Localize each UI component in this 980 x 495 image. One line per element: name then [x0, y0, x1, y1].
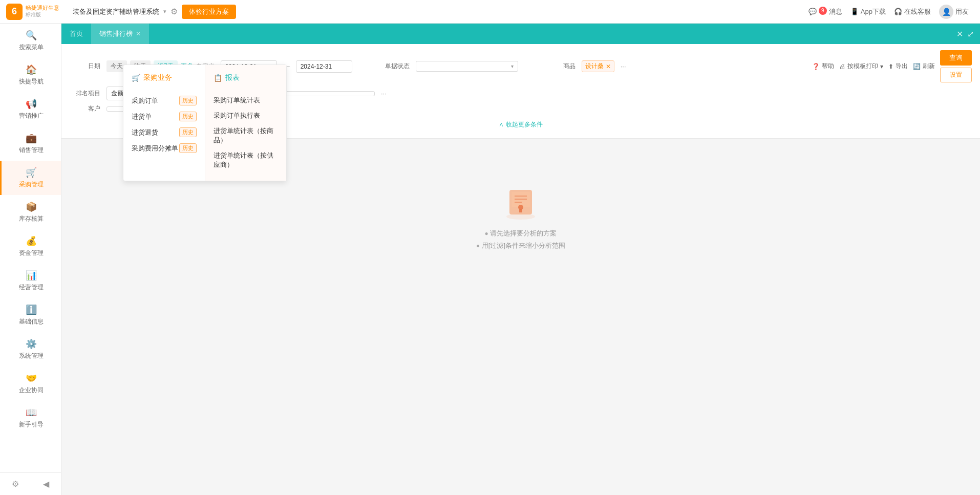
purchase-dropdown-menu: 🛒 采购业务 采购订单 历史 进货单 历史 进货退货 历史 [123, 64, 287, 181]
tab-sales-ranking-label: 销售排行榜 [99, 29, 133, 38]
sidebar-item-enterprise[interactable]: 🤝 企业协同 [0, 367, 61, 401]
operations-icon: 📊 [26, 270, 37, 281]
sidebar-item-operations[interactable]: 📊 经营管理 [0, 264, 61, 298]
goods-more-icon[interactable]: ··· [621, 62, 626, 70]
user-action[interactable]: 👤 用友 [939, 5, 969, 19]
sidebar-item-quicknav[interactable]: 🏠 快捷导航 [0, 58, 61, 92]
sidebar-item-inventory[interactable]: 📦 库存核算 [0, 195, 61, 229]
sidebar-item-basic-info[interactable]: ℹ️ 基础信息 [0, 298, 61, 332]
tab-home[interactable]: 首页 [61, 24, 91, 44]
settings-button[interactable]: 设置 [940, 68, 972, 82]
tab-bar-right: ✕ ⤢ [956, 29, 980, 39]
sidebar-item-label: 采购管理 [19, 180, 44, 189]
tab-close-all-icon[interactable]: ✕ [956, 29, 963, 39]
guide-icon: 📖 [26, 407, 37, 418]
tab-home-label: 首页 [70, 29, 83, 38]
sidebar-item-search[interactable]: 🔍 搜索菜单 [0, 24, 61, 58]
salesperson-input[interactable] [272, 91, 375, 96]
info-icon: ℹ️ [26, 304, 37, 315]
home-icon: 🏠 [26, 64, 37, 75]
history-badge: 历史 [179, 96, 197, 105]
sidebar-item-label: 搜索菜单 [19, 43, 44, 52]
tab-expand-icon[interactable]: ⤢ [967, 29, 974, 39]
sidebar-item-marketing[interactable]: 📢 营销推广 [0, 92, 61, 126]
ranking-value: 金额 [111, 89, 123, 98]
sidebar-item-label: 经营管理 [19, 283, 44, 292]
report-header: 📋 报表 [214, 73, 279, 87]
purchase-icon: 🛒 [26, 167, 37, 178]
user-label: 用友 [955, 7, 969, 16]
print-btn[interactable]: 🖨 按模板打印 ▾ [839, 62, 883, 71]
dropdown-item-purchase-receipt[interactable]: 进货单 历史 [132, 109, 197, 124]
dropdown-item-order-stats[interactable]: 采购订单统计表 [214, 93, 279, 108]
app-download-action[interactable]: 📱 App下载 [850, 7, 886, 16]
sidebar-settings-icon[interactable]: ⚙ [10, 477, 21, 491]
headset-icon: 🎧 [894, 8, 902, 15]
query-button[interactable]: 查询 [940, 50, 972, 66]
search-icon: 🔍 [26, 30, 37, 41]
salesperson-more-icon[interactable]: ··· [381, 90, 387, 97]
voucher-status-label: 单据状态 [379, 62, 410, 71]
dropdown-item-receipt-by-supplier[interactable]: 进货单统计表（按供应商） [214, 148, 279, 173]
title-dropdown-icon[interactable]: ▾ [163, 8, 166, 15]
message-badge: 9 [819, 7, 827, 15]
collapse-label: 收起更多条件 [506, 121, 543, 128]
main-layout: 🔍 搜索菜单 🏠 快捷导航 📢 营销推广 💼 销售管理 🛒 采购管理 📦 库存核… [0, 24, 980, 495]
industry-btn[interactable]: 体验行业方案 [182, 5, 236, 19]
settings-icon[interactable]: ⚙ [171, 7, 178, 16]
dropdown-item-purchase-expense[interactable]: 采购费用分摊单 历史 [132, 140, 197, 156]
customer-label: 客户 [70, 104, 100, 113]
system-title: 装备及固定资产辅助管理系统 [73, 7, 159, 16]
dropdown-item-label: 采购订单 [132, 96, 158, 105]
message-label: 消息 [829, 7, 842, 16]
sidebar-collapse-icon[interactable]: ◀ [41, 477, 51, 491]
inventory-icon: 📦 [26, 201, 37, 212]
enterprise-icon: 🤝 [26, 373, 37, 384]
tab-close-icon[interactable]: ✕ [136, 30, 141, 37]
dropdown-item-purchase-return[interactable]: 进货退货 历史 [132, 124, 197, 140]
purchase-business-header: 🛒 采购业务 [132, 73, 197, 87]
dropdown-item-label: 采购订单执行表 [214, 111, 260, 120]
sidebar-item-system[interactable]: ⚙️ 系统管理 [0, 332, 61, 367]
sidebar-item-label: 新手引导 [19, 420, 44, 429]
empty-hint-1: ● 请先选择要分析的方案 [485, 229, 557, 238]
sidebar-item-finance[interactable]: 💰 资金管理 [0, 229, 61, 264]
refresh-btn[interactable]: 🔄 刷新 [913, 62, 935, 71]
marketing-icon: 📢 [26, 98, 37, 110]
dropdown-item-order-exec[interactable]: 采购订单执行表 [214, 108, 279, 123]
tab-sales-ranking[interactable]: 销售排行榜 ✕ [91, 24, 149, 44]
goods-tag-close-icon[interactable]: ✕ [606, 63, 611, 70]
dropdown-item-label: 采购费用分摊单 [132, 144, 178, 153]
goods-tag-value: 设计桑 [585, 62, 604, 71]
logo-icon: 6 [6, 4, 23, 20]
export-btn[interactable]: ⬆ 导出 [888, 62, 908, 71]
sidebar-item-label: 基础信息 [19, 317, 44, 326]
report-col: 📋 报表 采购订单统计表 采购订单执行表 进货单统计表（按商品） 进货单统计表（… [205, 65, 287, 181]
sidebar-item-label: 系统管理 [19, 352, 44, 360]
logo-badge: 标准版 [26, 11, 59, 18]
dropdown-item-purchase-order[interactable]: 采购订单 历史 [132, 93, 197, 109]
avatar: 👤 [939, 5, 953, 19]
purchase-business-col: 🛒 采购业务 采购订单 历史 进货单 历史 进货退货 历史 [123, 65, 205, 181]
date-label: 日期 [70, 62, 100, 71]
svg-point-3 [518, 205, 523, 210]
message-action[interactable]: 💬 9 消息 [808, 7, 842, 16]
sidebar-item-label: 库存核算 [19, 214, 44, 223]
dropdown-item-receipt-by-goods[interactable]: 进货单统计表（按商品） [214, 123, 279, 148]
sidebar: 🔍 搜索菜单 🏠 快捷导航 📢 营销推广 💼 销售管理 🛒 采购管理 📦 库存核… [0, 24, 61, 495]
sidebar-item-purchase[interactable]: 🛒 采购管理 [0, 161, 61, 195]
date-to-input[interactable]: 2024-12-31 [296, 60, 352, 73]
help-btn[interactable]: ❓ 帮助 [812, 62, 834, 71]
sales-icon: 💼 [26, 133, 37, 144]
voucher-status-select[interactable]: ▾ [416, 61, 518, 72]
sidebar-item-sales[interactable]: 💼 销售管理 [0, 126, 61, 161]
sidebar-item-guide[interactable]: 📖 新手引导 [0, 401, 61, 435]
header-center: 装备及固定资产辅助管理系统 ▾ ⚙ 体验行业方案 [68, 5, 808, 19]
export-icon: ⬆ [888, 63, 893, 70]
empty-illustration [495, 180, 546, 221]
goods-label: 商品 [545, 62, 576, 71]
print-dropdown-icon: ▾ [880, 63, 883, 70]
logo-area: 6 畅捷通好生意 标准版 [6, 4, 68, 20]
date-to-value: 2024-12-31 [301, 63, 332, 70]
online-service-action[interactable]: 🎧 在线客服 [894, 7, 931, 16]
